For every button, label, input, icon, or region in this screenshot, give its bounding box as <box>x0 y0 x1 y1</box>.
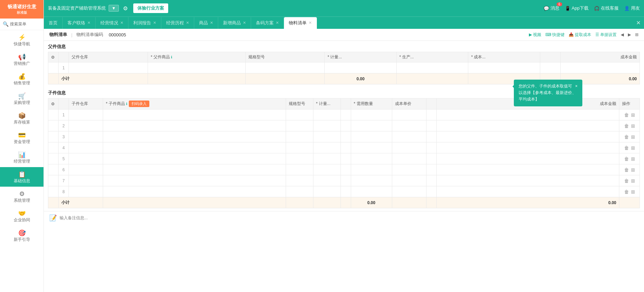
trial-button[interactable]: 体验行业方案 <box>133 3 168 13</box>
headset-icon: 🎧 <box>594 6 599 11</box>
system-select-dropdown[interactable]: ▼ <box>109 5 119 12</box>
sidebar-item-quicknav[interactable]: ⚡ 快捷导航 <box>0 30 44 50</box>
tab-profit-label: 利润报告 <box>133 20 151 26</box>
copy6[interactable]: ⊞ <box>631 167 635 173</box>
sidebar-item-operation[interactable]: 📊 经营管理 <box>0 148 44 167</box>
child-subtotal-amount: 0.00 <box>436 197 619 208</box>
sidebar-item-collab[interactable]: 🤝 企业协同 <box>0 206 44 226</box>
child-row1-copy-icon[interactable]: ⊞ <box>631 112 635 118</box>
parent-col-gear[interactable]: ⚙ <box>48 52 59 62</box>
del7[interactable]: 🗑 <box>624 178 629 184</box>
del4[interactable]: 🗑 <box>624 145 629 151</box>
nav-prev-btn[interactable]: ◀ <box>621 32 624 37</box>
sidebar-item-guide[interactable]: 🎯 新手引导 <box>0 226 44 245</box>
child-row1-unit-cost[interactable] <box>392 109 426 120</box>
single-setting-btn[interactable]: ☰ 单据设置 <box>595 32 617 38</box>
tab-new-product-close[interactable]: ✕ <box>243 21 246 25</box>
tab-new-product[interactable]: 新增商品 ✕ <box>218 17 251 29</box>
main-area: 装备及固定资产辅助管理系统 ▼ ⚙ 体验行业方案 💬 消息 6 📱 App下载 … <box>44 0 644 292</box>
shortcut-btn[interactable]: ⌨ 快捷键 <box>545 32 565 38</box>
tab-home[interactable]: 首页 <box>44 17 63 29</box>
sidebar-item-system[interactable]: ⚙ 系统管理 <box>0 187 44 206</box>
video-btn[interactable]: ▶ 视频 <box>529 32 541 38</box>
child-row1-gear <box>48 109 59 120</box>
child-row1-delete-icon[interactable]: 🗑 <box>624 112 629 118</box>
copy2[interactable]: ⊞ <box>631 123 635 129</box>
tab-customer[interactable]: 客户联络 ✕ <box>63 17 96 29</box>
user-btn[interactable]: 👤 用友 <box>624 5 640 11</box>
scan-input-btn[interactable]: 扫码录入 <box>129 101 149 107</box>
del3[interactable]: 🗑 <box>624 134 629 140</box>
finance-label: 资金管理 <box>14 139 30 145</box>
tooltip-close-btn[interactable]: × <box>575 83 578 90</box>
sidebar-item-finance[interactable]: 💳 资金管理 <box>0 128 44 148</box>
tab-bom[interactable]: 物料清单 ✕ <box>284 17 317 29</box>
copy8[interactable]: ⊞ <box>631 189 635 195</box>
copy4[interactable]: ⊞ <box>631 145 635 151</box>
message-btn[interactable]: 💬 消息 6 <box>544 5 559 11</box>
online-service-btn[interactable]: 🎧 在线客服 <box>594 5 619 11</box>
inventory-label: 库存核算 <box>14 119 30 125</box>
sidebar-item-inventory[interactable]: 📦 库存核算 <box>0 108 44 128</box>
child-row1-unit[interactable] <box>313 109 340 120</box>
close-all-tabs[interactable]: ✕ <box>633 17 644 29</box>
del2[interactable]: 🗑 <box>624 123 629 129</box>
parent-row1-unit[interactable] <box>325 62 397 73</box>
tab-customer-close[interactable]: ✕ <box>87 21 90 25</box>
breadcrumb-bom[interactable]: 物料清单 <box>49 32 67 38</box>
system-icon: ⚙ <box>19 190 25 198</box>
tab-barcode[interactable]: 条码方案 ✕ <box>251 17 284 29</box>
parent-subtotal-c3 <box>396 73 468 84</box>
tab-product[interactable]: 商品 ✕ <box>194 17 218 29</box>
parent-subtotal-label: 小计 <box>59 73 148 84</box>
tab-op-status-close[interactable]: ✕ <box>120 21 123 25</box>
tab-product-close[interactable]: ✕ <box>210 21 213 25</box>
content-area: 物料清单 | 物料清单编码 0000005 ▶ 视频 ⌨ 快捷键 📥 提取成本 <box>44 29 644 292</box>
parent-row1-cost[interactable] <box>468 62 540 73</box>
child-row6-num: 6 <box>59 164 69 175</box>
child-row1-spec[interactable] <box>286 109 313 120</box>
del8[interactable]: 🗑 <box>624 189 629 195</box>
sidebar-item-basic[interactable]: 📋 基础信息 <box>0 167 44 187</box>
child-row1-qty[interactable] <box>351 109 392 120</box>
sidebar-item-sales[interactable]: 💰 销售管理 <box>0 69 44 89</box>
parent-row1-warehouse[interactable] <box>69 62 148 73</box>
sidebar-item-marketing[interactable]: 📢 营销推广 <box>0 50 44 69</box>
grid-view-btn[interactable]: ⊞ <box>635 32 639 37</box>
gear-icon[interactable]: ⚙ <box>122 4 129 13</box>
extract-label: 提取成本 <box>575 32 591 38</box>
del6[interactable]: 🗑 <box>624 167 629 173</box>
parent-row1-product[interactable] <box>148 62 245 73</box>
tab-barcode-close[interactable]: ✕ <box>276 21 279 25</box>
guide-label: 新手引导 <box>14 237 30 243</box>
note-input[interactable] <box>60 215 639 220</box>
parent-row1-produce[interactable] <box>396 62 468 73</box>
nav-next-btn[interactable]: ▶ <box>628 32 631 37</box>
sidebar-item-search[interactable]: 🔍 搜索菜单 <box>0 19 44 30</box>
tab-history-close[interactable]: ✕ <box>186 21 189 25</box>
sidebar-item-purchase[interactable]: 🛒 采购管理 <box>0 89 44 108</box>
tab-profit-close[interactable]: ✕ <box>153 21 156 25</box>
child-row-7: 7 🗑⊞ <box>48 175 640 186</box>
tab-operation-status[interactable]: 经营情况 ✕ <box>96 17 128 29</box>
child-table: ⚙ 子件仓库 * 子件商品 ℹ 扫码录入 规格型号 * 计量... * 需用数量… <box>48 98 640 208</box>
copy5[interactable]: ⊞ <box>631 156 635 162</box>
del5[interactable]: 🗑 <box>624 156 629 162</box>
app-download-btn[interactable]: 📱 App下载 <box>565 5 589 11</box>
tab-bom-close[interactable]: ✕ <box>309 21 312 25</box>
tab-history[interactable]: 经营历程 ✕ <box>161 17 194 29</box>
bottom-bar: 📝 <box>44 211 644 224</box>
child-row1-warehouse[interactable] <box>69 109 103 120</box>
purchase-icon: 🛒 <box>18 92 26 100</box>
nav-tabs: 首页 客户联络 ✕ 经营情况 ✕ 利润报告 ✕ 经营历程 ✕ 商品 ✕ 新增商品… <box>44 16 644 29</box>
topbar-right: 💬 消息 6 📱 App下载 🎧 在线客服 👤 用友 <box>544 5 640 11</box>
parent-subtotal-c2 <box>246 73 325 84</box>
child-row1-product[interactable] <box>103 109 286 120</box>
child-col-gear[interactable]: ⚙ <box>48 98 59 109</box>
copy3[interactable]: ⊞ <box>631 134 635 140</box>
copy7[interactable]: ⊞ <box>631 178 635 184</box>
parent-row1-spec[interactable] <box>246 62 325 73</box>
extract-cost-btn[interactable]: 📥 提取成本 <box>569 32 591 38</box>
tab-profit[interactable]: 利润报告 ✕ <box>128 17 161 29</box>
tab-bom-label: 物料清单 <box>289 20 307 26</box>
